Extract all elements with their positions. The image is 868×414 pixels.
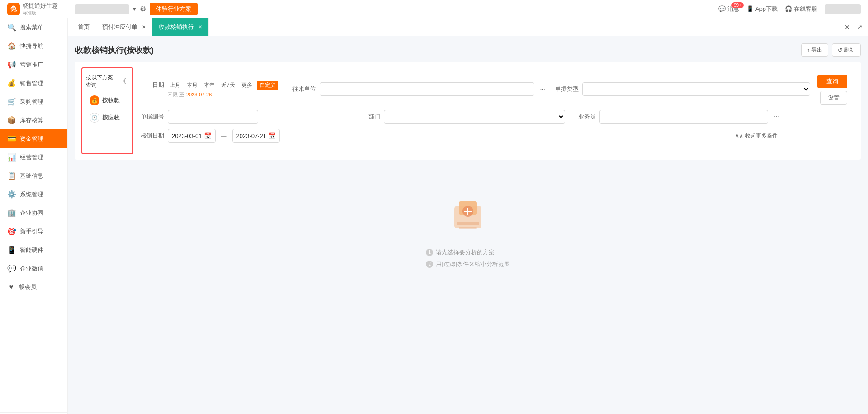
date-suffix: 2023-07-26 <box>186 92 212 97</box>
filter-panel: 按以下方案查询 《 💰 按收款 🕐 按应收 <box>75 62 861 160</box>
main-content: 首页 预付冲应付单 ✕ 收款核销执行 ✕ ✕ ⤢ 收款核销执行(按收款) ↑ <box>68 18 868 414</box>
enterprise-icon: 🏢 <box>7 209 16 217</box>
sidebar-item-inventory[interactable]: 📦 库存核算 <box>0 111 67 129</box>
sidebar-label-finance: 资金管理 <box>20 135 43 143</box>
query-type-by-receivable[interactable]: 🕐 按应收 <box>86 110 129 125</box>
tabbar-expand-btn[interactable]: ⤢ <box>855 22 864 33</box>
sidebar-item-guide[interactable]: 🎯 新手引导 <box>0 222 67 241</box>
query-types-collapse-btn[interactable]: 《 <box>117 76 129 86</box>
topbar: 兔 畅捷通好生意 标准版 ▾ ⚙ 体验行业方案 💬 消息 99+ 📱 App下载… <box>0 0 868 18</box>
sidebar-item-finance[interactable]: 💳 资金管理 <box>0 129 67 148</box>
doc-type-label: 单据类型 <box>555 85 579 93</box>
tabbar-right: ✕ ⤢ <box>843 22 864 33</box>
refresh-btn[interactable]: ↺ 刷新 <box>832 43 861 57</box>
sidebar-item-operations[interactable]: 📊 经营管理 <box>0 148 67 167</box>
sidebar-item-system[interactable]: ⚙️ 系统管理 <box>0 185 67 204</box>
dept-select[interactable] <box>384 110 566 124</box>
sidebar-item-wechat[interactable]: 💬 企业微信 <box>0 259 67 278</box>
tab-receipt-writeoff-close[interactable]: ✕ <box>198 24 202 29</box>
date-this-year[interactable]: 本年 <box>202 81 217 90</box>
topbar-user <box>825 4 861 14</box>
sidebar-label-operations: 经营管理 <box>20 153 43 162</box>
query-type-by-receipt[interactable]: 💰 按收款 <box>86 93 129 108</box>
sidebar-item-search[interactable]: 🔍 搜索菜单 <box>0 18 67 37</box>
date-more[interactable]: 更多 <box>240 81 254 90</box>
sidebar: 🔍 搜索菜单 🏠 快捷导航 📢 营销推广 💰 销售管理 🛒 采购管理 📦 库存核… <box>0 18 68 414</box>
export-btn[interactable]: ↑ 导出 <box>801 43 828 57</box>
msg-badge: 99+ <box>731 2 744 8</box>
counterpart-input[interactable] <box>320 82 534 96</box>
filter-row-2: 单据编号 部门 业务员 ··· <box>141 110 847 124</box>
tabbar-close-all-btn[interactable]: ✕ <box>843 22 852 33</box>
tab-prepay[interactable]: 预付冲应付单 ✕ <box>96 18 152 36</box>
topbar-app[interactable]: 📱 App下载 <box>746 5 778 13</box>
sidebar-item-basics[interactable]: 📋 基础信息 <box>0 167 67 185</box>
date-range-row: 不限 至 2023-07-26 <box>168 91 212 98</box>
sidebar-item-shortcut[interactable]: 🏠 快捷导航 <box>0 37 67 55</box>
home-icon: 🏠 <box>7 42 16 50</box>
by-receipt-icon: 💰 <box>90 95 99 105</box>
date-shortcuts: 上月 本月 本年 近7天 更多 自定义 <box>168 81 278 90</box>
page-header-actions: ↑ 导出 ↺ 刷新 <box>801 43 861 57</box>
hardware-icon: 📱 <box>7 246 16 254</box>
staff-dots-btn[interactable]: ··· <box>772 113 781 121</box>
cal-icon-start: 📅 <box>204 132 212 139</box>
sidebar-item-vip[interactable]: ♥ 畅会员 <box>0 278 67 296</box>
search-icon: 🔍 <box>7 23 16 32</box>
sidebar-label-marketing: 营销推广 <box>20 61 43 69</box>
sidebar-item-marketing[interactable]: 📢 营销推广 <box>0 55 67 74</box>
staff-input[interactable] <box>599 110 768 124</box>
doc-no-label: 单据编号 <box>141 113 164 121</box>
msg-icon: 💬 <box>718 5 726 12</box>
date-last-month[interactable]: 上月 <box>168 81 182 90</box>
query-types-title: 按以下方案查询 <box>86 74 117 89</box>
topbar-gear-btn[interactable]: ⚙ <box>140 5 146 13</box>
date-this-month[interactable]: 本月 <box>185 81 199 90</box>
writeoff-start-date[interactable]: 2023-03-01 📅 <box>168 129 216 143</box>
empty-tips: 1 请先选择要分析的方案 2 用[过滤]条件来缩小分析范围 <box>426 247 509 270</box>
export-label: 导出 <box>811 46 822 54</box>
tab-receipt-writeoff-label: 收款核销执行 <box>159 23 194 31</box>
filter-row-3: 核销日期 2023-03-01 📅 — 2023-07-21 📅 <box>141 129 847 143</box>
tip-text-1: 请先选择要分析的方案 <box>436 247 495 258</box>
topbar-service[interactable]: 🎧 在线客服 <box>785 5 817 13</box>
empty-state: 1 请先选择要分析的方案 2 用[过滤]条件来缩小分析范围 <box>75 165 861 297</box>
counterpart-label: 往来单位 <box>292 85 316 93</box>
doc-type-select[interactable] <box>582 82 811 96</box>
basics-icon: 📋 <box>7 171 16 180</box>
sidebar-item-enterprise[interactable]: 🏢 企业协同 <box>0 204 67 222</box>
collapse-more-btn[interactable]: ∧∧ 收起更多条件 <box>731 130 781 142</box>
topbar-dropdown-btn[interactable]: ▾ <box>133 5 136 12</box>
sidebar-label-shortcut: 快捷导航 <box>20 42 43 50</box>
tab-prepay-close[interactable]: ✕ <box>142 24 146 29</box>
collapse-more-area: ∧∧ 收起更多条件 <box>731 130 781 142</box>
topbar-msg[interactable]: 💬 消息 99+ <box>718 5 739 13</box>
tab-home[interactable]: 首页 <box>71 18 96 36</box>
content-area: 收款核销执行(按收款) ↑ 导出 ↺ 刷新 按以下方案 <box>68 36 868 414</box>
date-custom[interactable]: 自定义 <box>257 81 278 90</box>
staff-field: 业务员 ··· <box>572 110 781 124</box>
writeoff-end-date[interactable]: 2023-07-21 📅 <box>232 129 280 143</box>
tab-receipt-writeoff[interactable]: 收款核销执行 ✕ <box>152 18 209 36</box>
date-to-label: 至 <box>179 91 184 98</box>
sidebar-item-purchase[interactable]: 🛒 采购管理 <box>0 92 67 111</box>
svg-rect-5 <box>457 222 479 225</box>
sidebar-label-hardware: 智能硬件 <box>20 246 43 254</box>
topbar-blurred-info <box>75 4 129 14</box>
service-icon: 🎧 <box>785 5 792 12</box>
query-btn[interactable]: 查询 <box>817 75 847 88</box>
date-7days[interactable]: 近7天 <box>219 81 237 90</box>
counterpart-dots-btn[interactable]: ··· <box>538 85 547 93</box>
sidebar-item-sales[interactable]: 💰 销售管理 <box>0 74 67 92</box>
by-receivable-label: 按应收 <box>102 114 120 122</box>
topbar-industry-btn[interactable]: 体验行业方案 <box>150 3 198 15</box>
sales-icon: 💰 <box>7 79 16 87</box>
filter-fields: 日期 上月 本月 本年 近7天 更多 自定义 <box>133 67 854 154</box>
sidebar-label-wechat: 企业微信 <box>20 265 43 273</box>
sidebar-label-basics: 基础信息 <box>20 172 43 180</box>
guide-icon: 🎯 <box>7 227 16 236</box>
doc-no-input[interactable] <box>168 110 258 124</box>
settings-btn[interactable]: 设置 <box>820 91 847 105</box>
app-icon: 📱 <box>746 5 754 12</box>
sidebar-item-hardware[interactable]: 📱 智能硬件 <box>0 241 67 259</box>
